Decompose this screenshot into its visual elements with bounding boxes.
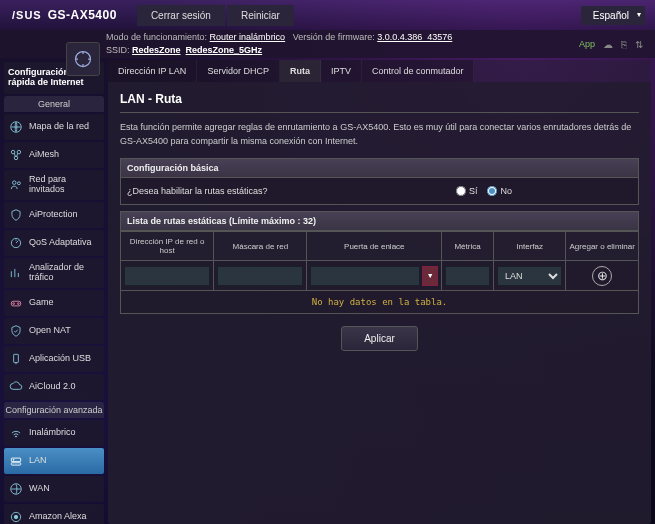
sidebar-label: AiMesh <box>29 150 59 160</box>
svg-rect-11 <box>14 354 19 362</box>
mask-input[interactable] <box>217 266 303 286</box>
svg-point-18 <box>14 515 18 519</box>
sidebar-item-inal-mbrico[interactable]: Inalámbrico <box>4 420 104 446</box>
brand-logo: /SUS <box>12 9 42 21</box>
sidebar-item-wan[interactable]: WAN <box>4 476 104 502</box>
col-gateway: Puerta de enlace <box>307 232 442 261</box>
svg-rect-13 <box>11 458 20 462</box>
col-action: Agregar o eliminar <box>566 232 639 261</box>
sidebar-label: QoS Adaptativa <box>29 238 92 248</box>
wifi-icon[interactable]: ⇅ <box>635 39 643 50</box>
sidebar-label: Amazon Alexa <box>29 512 87 522</box>
svg-rect-14 <box>11 462 20 464</box>
ssid1-link[interactable]: RedesZone <box>132 45 181 55</box>
panel-title: LAN - Ruta <box>120 92 639 113</box>
sidebar-item-red-para-invitados[interactable]: Red para invitados <box>4 170 104 200</box>
ip-input[interactable] <box>124 266 210 286</box>
col-mask: Máscara de red <box>214 232 307 261</box>
sidebar-icon <box>8 509 24 524</box>
svg-point-12 <box>15 435 16 436</box>
panel-description: Esta función permite agregar reglas de e… <box>120 121 639 148</box>
static-no-option[interactable]: No <box>487 186 512 196</box>
sidebar-item-mapa-de-la-red[interactable]: Mapa de la red <box>4 114 104 140</box>
reboot-button[interactable]: Reiniciar <box>227 5 294 26</box>
language-selector[interactable]: Español <box>581 6 645 25</box>
static-routes-table: Dirección IP de red o host Máscara de re… <box>120 231 639 291</box>
usb-icon[interactable]: ⎘ <box>621 39 627 50</box>
sidebar-icon <box>8 119 24 135</box>
sidebar-label: Red para invitados <box>29 175 100 195</box>
sidebar-item-aimesh[interactable]: AiMesh <box>4 142 104 168</box>
tab-direcci-n-ip-lan[interactable]: Dirección IP LAN <box>108 60 197 82</box>
tab-control-de-conmutador[interactable]: Control de conmutador <box>362 60 475 82</box>
cloud-icon[interactable]: ☁ <box>603 39 613 50</box>
sidebar-item-aiprotection[interactable]: AiProtection <box>4 202 104 228</box>
no-data-message: No hay datos en la tabla. <box>120 291 639 314</box>
col-ip: Dirección IP de red o host <box>121 232 214 261</box>
static-routes-question: ¿Desea habilitar la rutas estáticas? <box>127 186 456 196</box>
sidebar-icon <box>8 481 24 497</box>
sidebar-item-open-nat[interactable]: Open NAT <box>4 318 104 344</box>
sidebar-item-aicloud-2-0[interactable]: AiCloud 2.0 <box>4 374 104 400</box>
tab-servidor-dhcp[interactable]: Servidor DHCP <box>197 60 280 82</box>
basic-config-header: Configuración básica <box>120 158 639 178</box>
svg-point-15 <box>13 459 14 460</box>
app-link[interactable]: App <box>579 39 595 49</box>
svg-point-10 <box>17 302 19 304</box>
fw-label: Versión de firmware: <box>293 32 375 42</box>
svg-point-9 <box>13 302 15 304</box>
add-route-button[interactable]: ⊕ <box>592 266 612 286</box>
sidebar-label: Analizador de tráfico <box>29 263 100 283</box>
sidebar-item-game[interactable]: Game <box>4 290 104 316</box>
col-interface: Interfaz <box>493 232 566 261</box>
sidebar-icon <box>8 147 24 163</box>
sidebar-item-analizador-de-tr-fico[interactable]: Analizador de tráfico <box>4 258 104 288</box>
sidebar: Configuración rápida de Internet General… <box>0 58 104 524</box>
static-yes-radio[interactable] <box>456 186 466 196</box>
content-panel: LAN - Ruta Esta función permite agregar … <box>108 82 651 524</box>
sidebar-icon <box>8 207 24 223</box>
apply-button[interactable]: Aplicar <box>341 326 418 351</box>
static-no-radio[interactable] <box>487 186 497 196</box>
sidebar-icon <box>8 453 24 469</box>
ssid2-link[interactable]: RedesZone_5GHz <box>186 45 263 55</box>
logout-button[interactable]: Cerrar sesión <box>137 5 225 26</box>
ssid-label: SSID: <box>106 45 130 55</box>
sidebar-label: Mapa de la red <box>29 122 89 132</box>
gateway-input[interactable] <box>310 266 420 286</box>
sidebar-item-amazon-alexa[interactable]: Amazon Alexa <box>4 504 104 524</box>
sidebar-icon <box>8 177 24 193</box>
sidebar-icon <box>8 425 24 441</box>
sidebar-icon <box>8 323 24 339</box>
mode-link[interactable]: Router inalámbrico <box>210 32 286 42</box>
sidebar-label: Open NAT <box>29 326 71 336</box>
static-list-header: Lista de rutas estáticas (Límite máximo … <box>120 211 639 231</box>
lan-tabs: Dirección IP LANServidor DHCPRutaIPTVCon… <box>108 60 651 82</box>
quick-setup-icon[interactable] <box>66 42 100 76</box>
sidebar-label: AiCloud 2.0 <box>29 382 76 392</box>
sidebar-icon <box>8 379 24 395</box>
sidebar-item-aplicaci-n-usb[interactable]: Aplicación USB <box>4 346 104 372</box>
sidebar-item-lan[interactable]: LAN <box>4 448 104 474</box>
sidebar-icon <box>8 295 24 311</box>
sidebar-general-header: General <box>4 96 104 112</box>
interface-select[interactable]: LAN <box>497 266 563 286</box>
sidebar-label: Game <box>29 298 54 308</box>
brand-model: GS-AX5400 <box>48 8 117 22</box>
tab-iptv[interactable]: IPTV <box>321 60 362 82</box>
metric-input[interactable] <box>445 266 490 286</box>
static-yes-option[interactable]: Sí <box>456 186 478 196</box>
sidebar-label: Inalámbrico <box>29 428 76 438</box>
info-bar: Modo de funcionamiento: Router inalámbri… <box>0 30 655 58</box>
tab-ruta[interactable]: Ruta <box>280 60 321 82</box>
sidebar-label: WAN <box>29 484 50 494</box>
svg-point-4 <box>14 156 18 160</box>
top-bar: /SUS GS-AX5400 Cerrar sesión Reiniciar E… <box>0 0 655 30</box>
gateway-dropdown-button[interactable]: ▼ <box>422 266 438 286</box>
sidebar-label: AiProtection <box>29 210 78 220</box>
fw-link[interactable]: 3.0.0.4.386_43576 <box>377 32 452 42</box>
sidebar-icon <box>8 351 24 367</box>
sidebar-item-qos-adaptativa[interactable]: QoS Adaptativa <box>4 230 104 256</box>
mode-label: Modo de funcionamiento: <box>106 32 207 42</box>
sidebar-icon <box>8 235 24 251</box>
